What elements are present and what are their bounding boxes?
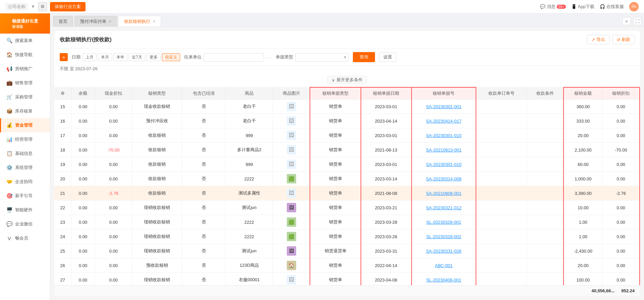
- col-header-balance: 余额: [71, 87, 95, 99]
- table-container[interactable]: ⚙ 余额 现金折扣 核销类型 包含已结清 商品 商品图片 核销单据类型 核销单据…: [54, 87, 640, 285]
- date-btn-this-month[interactable]: 本月: [98, 53, 112, 61]
- expand-more-button[interactable]: ∨ 展开更多条件: [327, 76, 367, 84]
- sidebar-item-basic-label: 基础信息: [15, 151, 33, 157]
- voucher-type-label: 单据类型: [276, 54, 293, 60]
- verify-no-link[interactable]: SL-20230408-001: [426, 277, 461, 283]
- sidebar-item-inventory[interactable]: 📦 库存核算: [0, 104, 50, 118]
- top-bar: 公司名称 ▼ ⚙ 体验行业方案 💬 消息 99+ 📱 App下载 🎧 在线客服 …: [0, 0, 644, 13]
- query-button[interactable]: 查询: [353, 52, 375, 62]
- cell-verify-date: 2021-08-08: [361, 186, 412, 201]
- cell-verify-type: 预付冲应收: [132, 114, 182, 128]
- settings-gear-button[interactable]: ⚙: [38, 2, 47, 11]
- cell-verify-no: SL-20230328-002: [412, 229, 476, 244]
- cell-verify-amount: 360.00: [564, 99, 602, 114]
- cell-collection-order-no: [476, 172, 526, 186]
- sidebar-item-purchase[interactable]: 🛒 采购管理: [0, 90, 50, 104]
- cell-goods: 测试多属性: [226, 186, 273, 201]
- app-download-button[interactable]: 📱 App下载: [571, 4, 594, 10]
- cell-verify-amount: 3,390.00: [564, 186, 602, 201]
- export-button[interactable]: ↗ 导出: [587, 35, 609, 44]
- sidebar-item-search-label: 搜索菜单: [15, 38, 33, 44]
- cell-num: 18: [54, 143, 71, 157]
- sidebar-item-basic[interactable]: 📋 基础信息: [0, 146, 50, 161]
- online-service-button[interactable]: 🎧 在线客服: [600, 4, 624, 10]
- cell-collection-condition: [526, 258, 564, 273]
- filter-settings-button[interactable]: 设置: [379, 52, 396, 62]
- cell-include-settled: 否: [182, 128, 226, 143]
- sidebar-item-search[interactable]: 🔍 搜索菜单: [0, 34, 50, 48]
- table-footer: 40,556,66... 952.24: [54, 285, 640, 296]
- refresh-button[interactable]: ↺ 刷新: [612, 35, 635, 44]
- date-btn-7days[interactable]: 近7天: [129, 53, 145, 61]
- cell-collection-condition: [526, 201, 564, 215]
- sidebar-item-enterprise[interactable]: 🤝 企业协同: [0, 175, 50, 189]
- verify-no-link[interactable]: SA-20230321-012: [426, 205, 462, 210]
- tab-collection[interactable]: 收款核销执行 ×: [118, 16, 161, 27]
- cell-verify-date: 2022-04-14: [361, 258, 412, 273]
- cell-verify-type: 收款核销: [132, 172, 182, 186]
- verify-no-link[interactable]: SA-20230301-001: [426, 104, 462, 109]
- date-range-row: 不限 至 2023-07-26: [54, 66, 640, 75]
- main-content: 收款核销执行(按收款) ↗ 导出 ↺ 刷新 » 日期 上月 本月 本: [50, 27, 644, 300]
- tab-collection-close-icon[interactable]: ×: [153, 19, 155, 24]
- cell-goods-image: 🖼: [273, 114, 310, 128]
- table-row: 16 0.00 0.00 预付冲应收 否 老白干 🖼 销货单 2023-04-1…: [54, 114, 640, 128]
- verify-no-link[interactable]: SA-20210808-001: [426, 191, 462, 196]
- sidebar-item-system[interactable]: ⚙️ 系统管理: [0, 161, 50, 175]
- sidebar-item-operation[interactable]: 📊 经营管理: [0, 132, 50, 146]
- tab-prepay[interactable]: 预付冲应付单 ×: [74, 16, 117, 27]
- tab-close-all-button[interactable]: ×: [623, 17, 631, 25]
- date-btn-more[interactable]: 更多: [147, 53, 161, 61]
- counterpart-label: 往来单位: [184, 54, 202, 60]
- date-btn-custom[interactable]: 自定义: [162, 53, 180, 61]
- cell-verify-amount: 1.00: [564, 215, 602, 229]
- col-header-verify-amount: 核销金额: [564, 87, 602, 99]
- tab-home-label: 首页: [59, 18, 67, 25]
- tab-prepay-close-icon[interactable]: ×: [109, 19, 111, 24]
- cell-verify-date: 2023-03-28: [361, 215, 412, 229]
- sidebar-item-guide[interactable]: 🎯 新手引导: [0, 189, 50, 203]
- sidebar-item-quick-nav[interactable]: 🏠 快捷导航: [0, 48, 50, 62]
- sidebar-item-sales-label: 销售管理: [15, 80, 33, 86]
- cell-verify-amount: 100.00: [564, 273, 602, 286]
- cell-verify-amount: 20.00: [564, 128, 602, 143]
- date-btn-last-month[interactable]: 上月: [83, 53, 97, 61]
- expand-filter-button[interactable]: »: [60, 53, 68, 61]
- cell-verify-type: 收款核销: [132, 157, 182, 172]
- table-row: 27 0.00 0.00 现销收款核销 否 衣服00001 🖼 销货单 2023…: [54, 273, 640, 286]
- cell-cash-discount: 0.00: [95, 99, 132, 114]
- counterpart-input[interactable]: [204, 53, 264, 61]
- cell-collection-order-no: [476, 157, 526, 172]
- trial-button[interactable]: 体验行业方案: [50, 2, 86, 11]
- message-badge: 99+: [557, 5, 566, 9]
- sidebar-item-sales[interactable]: 💼 销售管理: [0, 76, 50, 90]
- sidebar-item-capital[interactable]: 💰 资金管理: [0, 118, 50, 132]
- sidebar-item-marketing[interactable]: 📢 营销推广: [0, 62, 50, 76]
- verify-no-link[interactable]: SL-20230328-002: [426, 234, 461, 239]
- cell-collection-order-no: [476, 215, 526, 229]
- verify-no-link[interactable]: SA-20230301-010: [426, 162, 462, 167]
- tab-home[interactable]: 首页: [53, 16, 73, 27]
- message-button[interactable]: 💬 消息 99+: [540, 4, 566, 10]
- sidebar-item-wechat[interactable]: 💬 企业微信: [0, 217, 50, 231]
- cell-goods-image: 🖼: [273, 157, 310, 172]
- gear-icon: ⚙️: [6, 165, 12, 171]
- tab-expand-button[interactable]: ⛶: [633, 17, 641, 25]
- sidebar-item-hardware[interactable]: 🖥️ 智能硬件: [0, 203, 50, 217]
- verify-no-link[interactable]: SL-20230328-001: [426, 220, 461, 225]
- verify-no-link[interactable]: SA-20230314-008: [426, 176, 462, 181]
- header-actions: ↗ 导出 ↺ 刷新: [587, 35, 635, 44]
- verify-no-link[interactable]: ABC-001: [435, 263, 452, 268]
- date-btn-this-year[interactable]: 本年: [113, 53, 127, 61]
- sidebar-item-member[interactable]: V 畅会员: [0, 231, 50, 245]
- voucher-type-select[interactable]: [295, 53, 349, 61]
- user-avatar[interactable]: Rit: [629, 2, 639, 11]
- verify-no-link[interactable]: SA-20230301-010: [426, 133, 462, 138]
- verify-no-link[interactable]: SA-20230331-026: [426, 249, 462, 254]
- verify-no-link[interactable]: SA-20230414-017: [426, 119, 462, 124]
- col-header-gear[interactable]: ⚙: [54, 87, 71, 99]
- verify-no-link[interactable]: SA-20210813-001: [426, 147, 462, 153]
- cell-cash-discount: 0.00: [95, 201, 132, 215]
- cell-verify-no: ABC-001: [412, 258, 476, 273]
- cell-include-settled: 否: [182, 229, 226, 244]
